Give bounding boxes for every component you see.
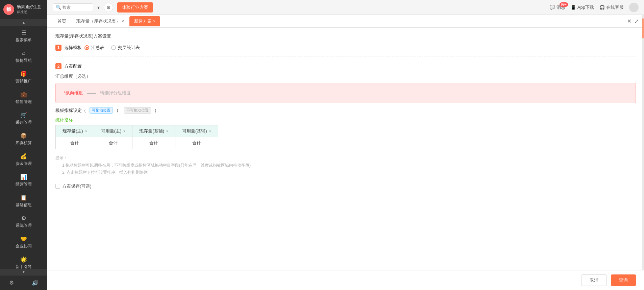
online-service-btn[interactable]: 🎧 在线客服 xyxy=(599,4,624,10)
stats-section-title: 统计指标 xyxy=(55,117,636,123)
sidebar-item-purchase[interactable]: 🛒 采购管理 xyxy=(0,108,47,129)
sidebar-item-search-menu[interactable]: ☰ 搜索菜单 xyxy=(0,26,47,46)
message-btn[interactable]: 💬 消息 99+ xyxy=(550,4,565,10)
page-title: 现存量(库存状况表)方案设置 xyxy=(55,33,636,39)
headset-icon: 🎧 xyxy=(599,5,605,10)
topbar-settings-btn[interactable]: ⚙ xyxy=(104,3,113,12)
search-icon: 🔍 xyxy=(56,5,61,10)
col-data-2: 合计 xyxy=(132,137,175,149)
tab-inventory-status[interactable]: 现存量（库存状况表） × xyxy=(72,16,129,26)
col-2-dropdown-arrow[interactable]: ▾ xyxy=(166,129,168,134)
sidebar-item-cooperation[interactable]: 🤝 企业协同 xyxy=(0,232,47,252)
app-download-btn[interactable]: 📱 App下载 xyxy=(571,4,594,10)
tip-item-0: 1.拖动标题栏可以调整布局，不可跨维度或指标区域拖动栏目字段(只能在同一维度或指… xyxy=(62,162,636,169)
section1-num: 1 xyxy=(55,45,61,51)
dimension-box[interactable]: *纵向维度 —— 请选择分组维度 xyxy=(55,83,636,103)
sidebar: 畅 畅康通好生意 标准版 ▲ ☰ 搜索菜单 ⌂ 快捷导航 🎁 营销推广 💼 销售… xyxy=(0,0,47,290)
query-button[interactable]: 查询 xyxy=(611,274,636,286)
right-scroll-thumb xyxy=(642,18,644,39)
tab-new-plan[interactable]: 新建方案 × xyxy=(129,16,160,26)
stats-table-header-row: 现存量(主) ▾ 可用量(主) ▾ xyxy=(56,125,218,137)
indicator-settings-row: 模板指标设定（ 可拖动位置 ） 不可拖动位置 ） xyxy=(55,107,636,114)
section1-header: 1 选择模板 汇总表 交叉统计表 xyxy=(55,45,636,51)
section2-title: 方案配置 xyxy=(64,63,82,69)
message-icon: 💬 xyxy=(550,5,555,10)
sidebar-item-basic-info[interactable]: 📋 基础信息 xyxy=(0,191,47,211)
app-logo: 畅 畅康通好生意 标准版 xyxy=(0,0,47,19)
main-area: 🔍 ▾ ⚙ 体验行业方案 💬 消息 99+ 📱 App下载 🎧 在线客服 xyxy=(47,0,644,290)
new-guide-icon: 🌟 xyxy=(20,256,27,263)
col-data-0: 合计 xyxy=(56,137,94,149)
sidebar-bottom: ⚙ 🔊 xyxy=(0,275,47,290)
section1-divider xyxy=(55,56,636,56)
settings-icon: ⚙ xyxy=(106,5,111,10)
tab-home[interactable]: 首页 xyxy=(53,16,71,26)
stats-table: 现存量(主) ▾ 可用量(主) ▾ xyxy=(55,125,218,149)
search-input[interactable] xyxy=(63,5,90,10)
summary-dimension-label: 汇总维度（必选） xyxy=(55,73,636,79)
sidebar-item-system[interactable]: ⚙ 系统管理 xyxy=(0,211,47,232)
sidebar-settings-btn[interactable]: ⚙ xyxy=(6,278,17,287)
section-template: 1 选择模板 汇总表 交叉统计表 xyxy=(55,45,636,56)
col-data-3: 合计 xyxy=(175,137,218,149)
sidebar-item-marketing[interactable]: 🎁 营销推广 xyxy=(0,67,47,88)
cooperation-icon: 🤝 xyxy=(20,235,27,242)
basic-info-icon: 📋 xyxy=(20,194,27,201)
sidebar-item-finance[interactable]: 💰 资金管理 xyxy=(0,149,47,170)
col-0-dropdown-arrow[interactable]: ▾ xyxy=(85,129,87,134)
app-download-icon: 📱 xyxy=(571,5,576,10)
sidebar-sound-btn[interactable]: 🔊 xyxy=(29,278,41,287)
save-checkbox-row: 方案保存(可选) xyxy=(55,183,636,189)
industry-plan-btn[interactable]: 体验行业方案 xyxy=(117,2,153,13)
dimension-row: *纵向维度 —— 请选择分组维度 xyxy=(64,90,627,96)
radio-cross-circle xyxy=(111,45,116,50)
sidebar-scroll-up[interactable]: ▲ xyxy=(0,19,47,26)
tips-area: 提示： 1.拖动标题栏可以调整布局，不可跨维度或指标区域拖动栏目字段(只能在同一… xyxy=(55,154,636,176)
topbar-right: 💬 消息 99+ 📱 App下载 🎧 在线客服 xyxy=(550,3,639,12)
sidebar-item-sales[interactable]: 💼 销售管理 xyxy=(0,88,47,108)
operations-icon: 📊 xyxy=(20,173,27,180)
sidebar-item-quick-nav[interactable]: ⌂ 快捷导航 xyxy=(0,46,47,67)
footer-bar: 取消 查询 xyxy=(47,270,644,290)
sidebar-scroll-down[interactable]: ▼ xyxy=(0,269,47,275)
col-header-0[interactable]: 现存量(主) ▾ xyxy=(56,125,94,137)
system-icon: ⚙ xyxy=(20,215,27,221)
tabbar-controls: ✕ ⤢ xyxy=(627,18,639,24)
tab-new-plan-close[interactable]: × xyxy=(153,19,155,24)
tabbar: 首页 现存量（库存状况表） × 新建方案 × ✕ ⤢ xyxy=(47,15,644,28)
topbar-search-box[interactable]: 🔍 xyxy=(53,3,93,11)
col-header-1[interactable]: 可用量(主) ▾ xyxy=(94,125,132,137)
radio-summary[interactable]: 汇总表 xyxy=(84,45,104,51)
tab-close-all-btn[interactable]: ✕ xyxy=(627,18,631,24)
right-scrollbar[interactable] xyxy=(642,15,644,273)
inventory-icon: 📦 xyxy=(20,132,27,139)
section2-header: 2 方案配置 xyxy=(55,63,636,69)
col-1-dropdown-arrow[interactable]: ▾ xyxy=(123,129,125,134)
col-header-2[interactable]: 现存量(基辅) ▾ xyxy=(132,125,175,137)
col-header-3[interactable]: 可用量(基辅) ▾ xyxy=(175,125,218,137)
col-data-1: 合计 xyxy=(94,137,132,149)
logo-icon: 畅 xyxy=(3,4,14,15)
user-avatar[interactable] xyxy=(629,3,639,12)
app-edition: 标准版 xyxy=(17,10,41,15)
section-plan: 2 方案配置 汇总维度（必选） *纵向维度 —— 请选择分组维度 模板指标设定（… xyxy=(55,63,636,176)
save-checkbox-label: 方案保存(可选) xyxy=(62,183,92,189)
content-area: 现存量(库存状况表)方案设置 1 选择模板 汇总表 交叉统计表 xyxy=(47,28,644,290)
tag-movable: 可拖动位置 xyxy=(90,107,113,114)
tab-inventory-status-close[interactable]: × xyxy=(122,19,124,24)
template-options: 汇总表 交叉统计表 xyxy=(84,45,140,51)
topbar-dropdown-btn[interactable]: ▾ xyxy=(97,5,100,10)
cancel-button[interactable]: 取消 xyxy=(581,274,607,286)
sidebar-item-new-guide[interactable]: 🌟 新手引导 xyxy=(0,252,47,269)
sidebar-item-operations[interactable]: 📊 经营管理 xyxy=(0,170,47,191)
save-checkbox[interactable] xyxy=(55,184,60,189)
tab-expand-btn[interactable]: ⤢ xyxy=(634,18,639,24)
topbar: 🔍 ▾ ⚙ 体验行业方案 💬 消息 99+ 📱 App下载 🎧 在线客服 xyxy=(47,0,644,15)
radio-cross[interactable]: 交叉统计表 xyxy=(111,45,140,51)
content-inner: 现存量(库存状况表)方案设置 1 选择模板 汇总表 交叉统计表 xyxy=(47,28,644,290)
col-3-dropdown-arrow[interactable]: ▾ xyxy=(209,129,211,134)
dimension-dash: —— xyxy=(87,91,96,96)
sidebar-item-inventory[interactable]: 📦 库存核算 xyxy=(0,129,47,149)
topbar-left: 🔍 ▾ ⚙ 体验行业方案 xyxy=(53,2,153,13)
quick-nav-icon: ⌂ xyxy=(20,50,27,56)
